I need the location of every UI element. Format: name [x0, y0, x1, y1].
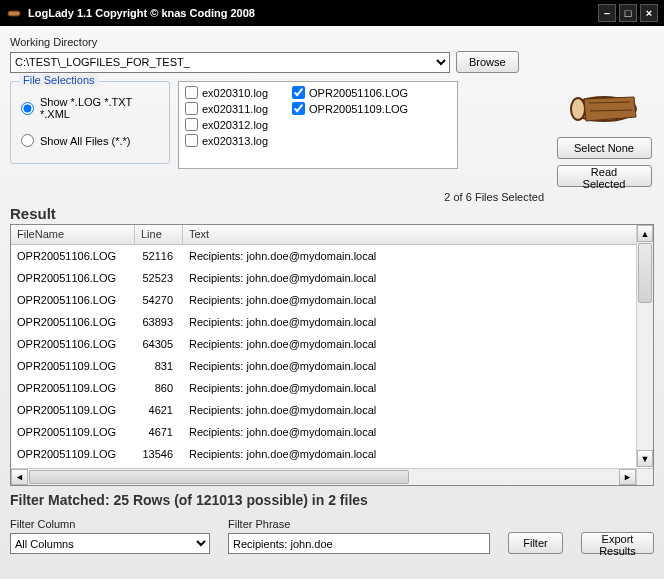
- file-list-item[interactable]: OPR20051106.LOG: [292, 86, 408, 99]
- table-row[interactable]: OPR20051106.LOG64305Recipients: john.doe…: [11, 333, 653, 355]
- vscroll-thumb[interactable]: [638, 243, 652, 303]
- hscroll-thumb[interactable]: [29, 470, 409, 484]
- maximize-button[interactable]: □: [619, 4, 637, 22]
- svg-point-2: [571, 98, 585, 120]
- file-list-item[interactable]: ex020310.log: [185, 86, 268, 99]
- scroll-down-icon[interactable]: ▼: [637, 450, 653, 467]
- minimize-button[interactable]: –: [598, 4, 616, 22]
- filter-phrase-label: Filter Phrase: [228, 518, 490, 530]
- file-list: ex020310.logex020311.logex020312.logex02…: [178, 81, 458, 169]
- filter-phrase-input[interactable]: [228, 533, 490, 554]
- table-row[interactable]: OPR20051106.LOG52116Recipients: john.doe…: [11, 245, 653, 267]
- table-row[interactable]: OPR20051109.LOG4621Recipients: john.doe@…: [11, 399, 653, 421]
- filter-column-label: Filter Column: [10, 518, 210, 530]
- file-selections-group: File Selections Show *.LOG *.TXT *.XML S…: [10, 81, 170, 164]
- svg-rect-0: [8, 11, 20, 16]
- read-selected-button[interactable]: Read Selected: [557, 165, 652, 187]
- select-none-button[interactable]: Select None: [557, 137, 652, 159]
- file-list-item[interactable]: OPR20051109.LOG: [292, 102, 408, 115]
- filter-matched-status: Filter Matched: 25 Rows (of 121013 possi…: [10, 492, 654, 508]
- radio-log-txt-xml[interactable]: Show *.LOG *.TXT *.XML: [21, 96, 159, 120]
- table-row[interactable]: OPR20051106.LOG63893Recipients: john.doe…: [11, 311, 653, 333]
- working-directory-select[interactable]: C:\TEST\_LOGFILES_FOR_TEST_: [10, 52, 450, 73]
- file-list-item[interactable]: ex020313.log: [185, 134, 268, 147]
- app-icon: [6, 5, 22, 21]
- vertical-scrollbar[interactable]: ▲ ▼: [636, 225, 653, 467]
- radio-all-files[interactable]: Show All Files (*.*): [21, 134, 159, 147]
- table-row[interactable]: OPR20051109.LOG13546Recipients: john.doe…: [11, 443, 653, 465]
- table-row[interactable]: OPR20051109.LOG860Recipients: john.doe@m…: [11, 377, 653, 399]
- scroll-right-icon[interactable]: ►: [619, 469, 636, 485]
- result-table: FileName Line Text OPR20051106.LOG52116R…: [10, 224, 654, 486]
- titlebar: LogLady 1.1 Copyright © knas Coding 2008…: [0, 0, 664, 26]
- table-row[interactable]: OPR20051106.LOG54270Recipients: john.doe…: [11, 289, 653, 311]
- filter-column-select[interactable]: All Columns: [10, 533, 210, 554]
- result-label: Result: [10, 205, 654, 222]
- table-row[interactable]: OPR20051106.LOG52523Recipients: john.doe…: [11, 267, 653, 289]
- scroll-left-icon[interactable]: ◄: [11, 469, 28, 485]
- files-selected-status: 2 of 6 Files Selected: [10, 191, 544, 203]
- col-text[interactable]: Text: [183, 225, 653, 244]
- table-row[interactable]: OPR20051109.LOG831Recipients: john.doe@m…: [11, 355, 653, 377]
- filter-button[interactable]: Filter: [508, 532, 563, 554]
- file-list-item[interactable]: ex020312.log: [185, 118, 268, 131]
- table-header: FileName Line Text: [11, 225, 653, 245]
- col-filename[interactable]: FileName: [11, 225, 135, 244]
- log-illustration: [564, 81, 644, 127]
- horizontal-scrollbar[interactable]: ◄ ►: [11, 468, 636, 485]
- col-line[interactable]: Line: [135, 225, 183, 244]
- file-selections-legend: File Selections: [19, 74, 99, 86]
- file-list-item[interactable]: ex020311.log: [185, 102, 268, 115]
- close-button[interactable]: ×: [640, 4, 658, 22]
- browse-button[interactable]: Browse: [456, 51, 519, 73]
- scroll-up-icon[interactable]: ▲: [637, 225, 653, 242]
- working-directory-label: Working Directory: [10, 36, 654, 48]
- table-row[interactable]: OPR20051109.LOG4671Recipients: john.doe@…: [11, 421, 653, 443]
- window-title: LogLady 1.1 Copyright © knas Coding 2008: [28, 7, 598, 19]
- export-results-button[interactable]: Export Results: [581, 532, 654, 554]
